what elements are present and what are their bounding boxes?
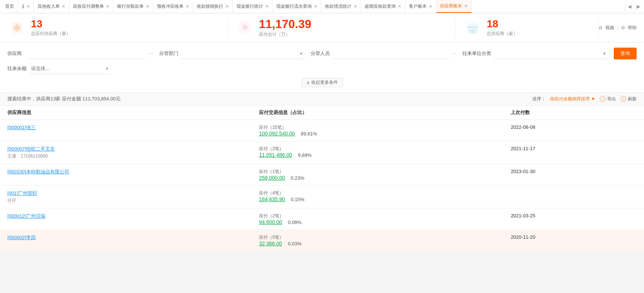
- tx-amount-5[interactable]: 94,600.00: [259, 219, 282, 225]
- balance-input[interactable]: [31, 66, 104, 71]
- nav-tab-supplier[interactable]: 供应商账本 ✕: [436, 0, 472, 13]
- nav-tab-cashstat[interactable]: 现金银行统计 ✕: [233, 0, 273, 13]
- result-summary: 搜索结果中，供应商13家 应付金额 111,703,854.00元: [7, 96, 120, 102]
- tx-amount-6[interactable]: 32,366.00: [259, 241, 282, 247]
- last-payment-date-1: 2022-08-08: [511, 124, 535, 130]
- tx-label-3: 应付（1笔）: [259, 169, 511, 175]
- supplier-link-6[interactable]: [000002]李四: [7, 235, 36, 240]
- col-header-supplier: 供应商信息: [7, 109, 259, 116]
- supplier-dots-icon[interactable]: ···: [148, 50, 153, 57]
- filter-area: 供应商 ··· 分管部门 ▼ 分管人员 ··· 往来单位分类 ▼ 查询: [0, 42, 644, 93]
- close-icon[interactable]: ✕: [265, 4, 269, 9]
- tx-row-5: 94,600.00 0.08%: [259, 219, 511, 225]
- close-icon[interactable]: ✕: [27, 4, 30, 9]
- filter-dept: 分管部门 ▼: [159, 48, 305, 59]
- svg-text:❄: ❄: [242, 23, 248, 31]
- nav-tab-receipt[interactable]: 收款情况统计 ✕: [321, 0, 361, 13]
- help-link[interactable]: 帮助: [628, 25, 637, 31]
- category-chevron-icon: ▼: [602, 51, 606, 56]
- supplier-info-2: [000007]恒旺二手叉车 王通 17106110000: [7, 146, 259, 159]
- tx-amount-4[interactable]: 164,635.90: [259, 196, 285, 202]
- tx-info-6: 应付（5笔） 32,366.00 0.03%: [259, 234, 511, 247]
- nav-tab-prepay[interactable]: 预收冲应收单 ✕: [153, 0, 193, 13]
- person-input[interactable]: [333, 48, 448, 59]
- query-button[interactable]: 查询: [614, 48, 637, 59]
- stat-label-payable-total: 应付合计（万）: [259, 31, 311, 38]
- stat-label-payable-suppliers: 总应付供应商（家）: [31, 31, 71, 37]
- stat-payable-total: ❄ 11,170.39 应付合计（万）: [228, 18, 456, 38]
- nav-tab-verify[interactable]: 收款核销执行 ✕: [193, 0, 233, 13]
- supplier-link-2[interactable]: [000007]恒旺二手叉车: [7, 146, 55, 152]
- close-icon[interactable]: ✕: [146, 4, 149, 9]
- nav-tab-income[interactable]: 其他收入单 ✕: [34, 0, 69, 13]
- nav-tab-3[interactable]: 3 ✕: [18, 0, 34, 13]
- category-select[interactable]: ▼: [494, 48, 608, 59]
- supplier-label: 供应商: [7, 50, 26, 57]
- close-icon[interactable]: ✕: [62, 4, 65, 9]
- table-row: [000002]李四 应付（5笔） 32,366.00 0.03% 2020-1…: [0, 230, 644, 251]
- nav-tab-cashflow[interactable]: 现金银行流水查询 ✕: [273, 0, 321, 13]
- export-button[interactable]: ⇒ 导出: [600, 96, 616, 102]
- close-icon[interactable]: ✕: [398, 4, 401, 9]
- supplier-link-1[interactable]: [000001]张三: [7, 125, 36, 130]
- balance-chevron-icon: ▼: [105, 66, 109, 71]
- dept-input[interactable]: [183, 51, 298, 56]
- category-label: 往来单位分类: [462, 50, 491, 57]
- collapse-row: ∧ 收起更多条件: [7, 78, 637, 87]
- refresh-button[interactable]: ↻ 刷新: [620, 96, 637, 102]
- close-icon[interactable]: ✕: [225, 4, 229, 9]
- table-row: [001]广州荣轩 仔仔 应付（4笔） 164,635.90 0.15%: [0, 186, 644, 208]
- supplier-info-5: [000012]广州贝瑞: [7, 213, 259, 220]
- collapse-up-icon: ∧: [307, 80, 310, 85]
- tx-amount-1[interactable]: 100,092,540.00: [259, 131, 295, 137]
- close-icon[interactable]: ✕: [314, 4, 317, 9]
- nav-tab-home[interactable]: 首页: [1, 0, 18, 13]
- tx-row-3: 258,000.00 0.23%: [259, 175, 511, 181]
- tx-percent-3: 0.23%: [291, 175, 304, 181]
- table-row: [000100]本特勤油品有限公司 应付（1笔） 258,000.00 0.23…: [0, 164, 644, 186]
- dept-select[interactable]: ▼: [181, 48, 305, 59]
- sort-select[interactable]: 按应付余额倒序排序 ▼: [550, 96, 595, 102]
- supplier-link-4[interactable]: [001]广州荣轩: [7, 190, 37, 196]
- close-icon[interactable]: ✕: [464, 4, 468, 8]
- tx-percent-1: 89.61%: [301, 131, 317, 137]
- nav-next-button[interactable]: ▶: [634, 0, 643, 13]
- tx-label-4: 应付（4笔）: [259, 190, 511, 196]
- last-payment-date-5: 2021-03-25: [511, 213, 535, 218]
- refresh-icon: ↻: [620, 96, 626, 102]
- divider: |: [617, 25, 618, 30]
- nav-tab-customer[interactable]: 客户账本 ✕: [405, 0, 436, 13]
- balance-select[interactable]: ▼: [29, 63, 111, 74]
- last-payment-date-6: 2020-11-20: [511, 234, 535, 240]
- close-icon[interactable]: ✕: [186, 4, 189, 9]
- tx-amount-2[interactable]: 11,051,486.00: [259, 152, 292, 158]
- stat-text-payable-suppliers: 13 总应付供应商（家）: [31, 18, 71, 37]
- collapse-button[interactable]: ∧ 收起更多条件: [302, 78, 343, 87]
- stats-bar: ◇ 13 总应付供应商（家） ❄ 11,170.39 应付合计（万）: [0, 13, 644, 42]
- filter-balance: 往来余额 ▼: [7, 63, 111, 74]
- stat-text-total-suppliers: 18 总供应商（家）: [487, 18, 518, 37]
- tx-amount-3[interactable]: 258,000.00: [259, 175, 285, 181]
- video-link[interactable]: 视频: [605, 25, 614, 31]
- refresh-label: 刷新: [628, 96, 637, 102]
- supplier-link-5[interactable]: [000012]广州贝瑞: [7, 213, 45, 219]
- supplier-input[interactable]: [29, 48, 145, 59]
- person-dots-icon[interactable]: ···: [451, 50, 456, 57]
- nav-tab-overdue[interactable]: 超期应收款查询 ✕: [361, 0, 405, 13]
- nav-tab-bank[interactable]: 银行存取款单 ✕: [113, 0, 153, 13]
- last-payment-3: 2023-01-30: [511, 169, 637, 174]
- nav-tab-adjust[interactable]: 应收应付调整单 ✕: [69, 0, 113, 13]
- main-table: 供应商信息 应付交易信息（占比） 上次付数 [000001]张三 应付（15笔）…: [0, 106, 644, 251]
- category-input[interactable]: [496, 51, 601, 56]
- tx-label-5: 应付（2笔）: [259, 213, 511, 219]
- close-icon[interactable]: ✕: [429, 4, 432, 9]
- tx-row-6: 32,366.00 0.03%: [259, 241, 511, 247]
- top-nav: 首页 3 ✕ 其他收入单 ✕ 应收应付调整单 ✕ 银行存取款单 ✕ 预收冲应收单…: [0, 0, 644, 13]
- store-icon: [463, 18, 482, 37]
- close-icon[interactable]: ✕: [106, 4, 109, 9]
- last-payment-1: 2022-08-08: [511, 124, 637, 130]
- close-icon[interactable]: ✕: [354, 4, 357, 9]
- nav-prev-button[interactable]: ◀: [625, 0, 634, 13]
- supplier-link-3[interactable]: [000100]本特勤油品有限公司: [7, 169, 69, 175]
- collapse-label: 收起更多条件: [311, 79, 338, 86]
